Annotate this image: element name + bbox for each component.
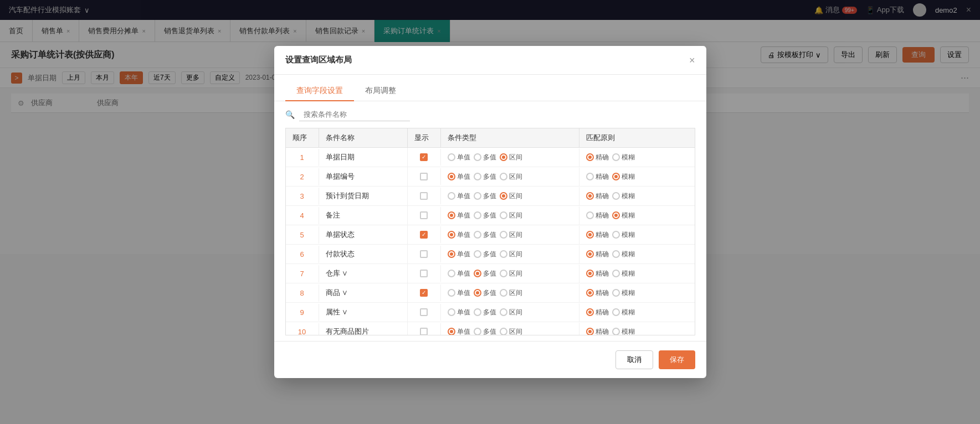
radio-type-label: 多值 [483, 230, 496, 240]
display-checkbox[interactable] [420, 192, 428, 200]
search-icon: 🔍 [285, 110, 295, 119]
row-order: 3 [286, 188, 319, 205]
radio-circle [586, 192, 594, 200]
table-row: 2单据编号单值多值区间精确模糊 [286, 167, 695, 187]
table-row: 4备注单值多值区间精确模糊 [286, 206, 695, 225]
display-checkbox[interactable] [420, 211, 428, 219]
row-type-cell: 单值多值区间 [441, 206, 579, 225]
table-body: 1单据日期单值多值区间精确模糊2单据编号单值多值区间精确模糊3预计到货日期单值多… [285, 147, 695, 254]
settings-dialog: 设置查询区域布局 × 查询字段设置 布局调整 🔍 顺序 条件名称 显示 条件类型 [274, 46, 706, 254]
row-rule-cell: 精确模糊 [579, 148, 690, 167]
radio-circle [500, 192, 507, 200]
radio-type-type_range[interactable]: 区间 [500, 153, 522, 162]
radio-circle [448, 173, 455, 180]
row-name: 预计到货日期 [319, 187, 408, 205]
radio-type-label: 多值 [483, 250, 496, 255]
radio-type-label: 单值 [457, 153, 470, 162]
row-name: 单据日期 [319, 148, 408, 167]
radio-rule-rule_exact[interactable]: 精确 [586, 211, 609, 220]
radio-type-type_single[interactable]: 单值 [448, 250, 470, 255]
radio-rule-rule_fuzzy[interactable]: 模糊 [612, 250, 635, 255]
row-display-cell[interactable] [408, 246, 441, 254]
radio-type-label: 区间 [509, 211, 522, 220]
display-checkbox[interactable] [420, 173, 428, 180]
radio-circle [612, 153, 620, 161]
radio-rule-rule_fuzzy[interactable]: 模糊 [612, 153, 635, 162]
radio-circle [586, 153, 594, 161]
radio-rule-rule_exact[interactable]: 精确 [586, 192, 609, 201]
dialog-tab-layout[interactable]: 布局调整 [354, 81, 407, 101]
row-display-cell[interactable] [408, 149, 441, 166]
radio-type-type_multi[interactable]: 多值 [474, 153, 496, 162]
radio-rule-label: 精确 [596, 211, 609, 220]
radio-type-label: 多值 [483, 153, 496, 162]
col-order-header: 顺序 [286, 128, 319, 147]
dialog-close-button[interactable]: × [689, 55, 695, 65]
radio-type-type_single[interactable]: 单值 [448, 172, 470, 182]
radio-type-type_single[interactable]: 单值 [448, 192, 470, 201]
row-rule-cell: 精确模糊 [579, 206, 690, 225]
row-name: 付款状态 [319, 245, 408, 254]
radio-rule-label: 精确 [596, 153, 609, 162]
radio-rule-rule_fuzzy[interactable]: 模糊 [612, 211, 635, 220]
radio-type-type_range[interactable]: 区间 [500, 250, 522, 255]
radio-type-type_range[interactable]: 区间 [500, 172, 522, 182]
row-name: 单据状态 [319, 225, 408, 244]
search-input[interactable] [299, 108, 410, 121]
row-display-cell[interactable] [408, 226, 441, 243]
radio-rule-rule_fuzzy[interactable]: 模糊 [612, 172, 635, 182]
display-checkbox[interactable] [420, 231, 428, 239]
row-rule-cell: 精确模糊 [579, 226, 690, 244]
radio-circle [500, 211, 507, 219]
table-row: 6付款状态单值多值区间精确模糊 [286, 245, 695, 254]
radio-rule-rule_fuzzy[interactable]: 模糊 [612, 192, 635, 201]
radio-type-type_single[interactable]: 单值 [448, 153, 470, 162]
radio-type-label: 单值 [457, 172, 470, 182]
row-name: 备注 [319, 206, 408, 225]
radio-rule-label: 模糊 [622, 172, 635, 182]
dialog-tab-query[interactable]: 查询字段设置 [285, 81, 354, 101]
radio-circle [474, 231, 481, 239]
radio-circle [500, 250, 507, 254]
radio-type-type_multi[interactable]: 多值 [474, 192, 496, 201]
radio-circle [448, 153, 455, 161]
radio-type-type_multi[interactable]: 多值 [474, 250, 496, 255]
radio-circle [500, 173, 507, 180]
display-checkbox[interactable] [420, 153, 428, 161]
row-type-cell: 单值多值区间 [441, 148, 579, 167]
radio-circle [448, 211, 455, 219]
radio-type-type_multi[interactable]: 多值 [474, 211, 496, 220]
row-order: 4 [286, 207, 319, 224]
display-checkbox[interactable] [420, 250, 428, 254]
radio-type-label: 单值 [457, 230, 470, 240]
row-display-cell[interactable] [408, 168, 441, 185]
radio-type-type_multi[interactable]: 多值 [474, 230, 496, 240]
radio-type-label: 单值 [457, 211, 470, 220]
radio-rule-rule_exact[interactable]: 精确 [586, 250, 609, 255]
radio-type-label: 多值 [483, 211, 496, 220]
radio-circle [612, 173, 620, 180]
radio-type-type_single[interactable]: 单值 [448, 211, 470, 220]
col-type-header: 条件类型 [441, 128, 579, 147]
row-type-cell: 单值多值区间 [441, 245, 579, 255]
row-display-cell[interactable] [408, 188, 441, 204]
radio-rule-rule_exact[interactable]: 精确 [586, 172, 609, 182]
radio-circle [612, 231, 620, 239]
table-row: 3预计到货日期单值多值区间精确模糊 [286, 187, 695, 206]
row-display-cell[interactable] [408, 207, 441, 224]
radio-circle [474, 153, 481, 161]
radio-type-label: 区间 [509, 172, 522, 182]
radio-circle [500, 231, 507, 239]
radio-type-type_range[interactable]: 区间 [500, 192, 522, 201]
radio-type-type_single[interactable]: 单值 [448, 230, 470, 240]
radio-type-type_multi[interactable]: 多值 [474, 172, 496, 182]
col-rule-header: 匹配原则 [579, 128, 690, 147]
radio-rule-rule_exact[interactable]: 精确 [586, 230, 609, 240]
radio-rule-label: 精确 [596, 250, 609, 255]
col-name-header: 条件名称 [319, 128, 408, 147]
radio-rule-rule_exact[interactable]: 精确 [586, 153, 609, 162]
dialog-tab-query-label: 查询字段设置 [296, 86, 343, 95]
radio-rule-rule_fuzzy[interactable]: 模糊 [612, 230, 635, 240]
radio-type-type_range[interactable]: 区间 [500, 230, 522, 240]
radio-type-type_range[interactable]: 区间 [500, 211, 522, 220]
